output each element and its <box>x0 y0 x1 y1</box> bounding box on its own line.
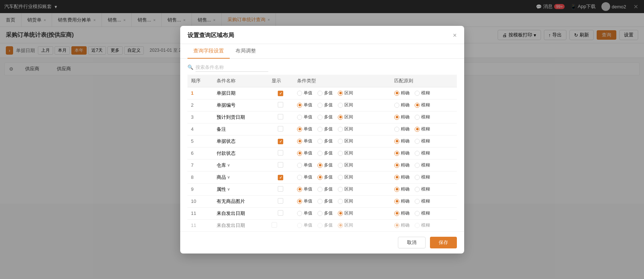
radio-type-多值-2[interactable]: 多值 <box>317 102 333 108</box>
radio-type-单值-2[interactable]: 单值 <box>297 102 312 108</box>
checkbox-display-4[interactable] <box>278 126 283 131</box>
row-order-4: 4 <box>187 123 213 135</box>
radio-match-精确-6[interactable]: 精确 <box>394 150 410 156</box>
radio-type-区间-9[interactable]: 区间 <box>338 186 353 192</box>
radio-type-区间-3[interactable]: 区间 <box>338 114 353 120</box>
radio-type-区间-10[interactable]: 区间 <box>338 198 353 204</box>
radio-type-区间-6[interactable]: 区间 <box>338 150 353 156</box>
radio-match-模糊-5[interactable]: 模糊 <box>415 138 430 144</box>
radio-match-模糊-2[interactable]: 模糊 <box>415 102 430 108</box>
radio-type-区间-7[interactable]: 区间 <box>338 162 353 168</box>
row-match-3: 精确模糊 <box>391 111 457 123</box>
dialog-close-btn[interactable]: × <box>453 32 457 39</box>
radio-type-区间-4[interactable]: 区间 <box>338 126 353 132</box>
radio-type-单值-10[interactable]: 单值 <box>297 198 312 204</box>
row-display-7[interactable] <box>268 159 294 171</box>
expand-icon-8[interactable]: ∨ <box>227 175 230 180</box>
radio-type-多值-7[interactable]: 多值 <box>317 162 333 168</box>
radio-type-多值-10[interactable]: 多值 <box>317 198 333 204</box>
row-type-7: 单值多值区间 <box>293 159 391 171</box>
checkbox-display-7[interactable] <box>278 162 283 168</box>
radio-type-区间-5[interactable]: 区间 <box>338 138 353 144</box>
row-display-9[interactable] <box>268 183 294 195</box>
radio-match-精确-1[interactable]: 精确 <box>394 90 410 96</box>
row-match-5: 精确模糊 <box>391 135 457 147</box>
checkbox-display-9[interactable] <box>278 186 283 192</box>
radio-match-精确-7[interactable]: 精确 <box>394 162 410 168</box>
radio-match-精确-10[interactable]: 精确 <box>394 198 410 204</box>
radio-match-模糊-7[interactable]: 模糊 <box>415 162 430 168</box>
radio-type-单值-7[interactable]: 单值 <box>297 162 312 168</box>
col-type: 条件类型 <box>293 75 391 87</box>
radio-type-单值-6[interactable]: 单值 <box>297 150 312 156</box>
radio-type-多值-9[interactable]: 多值 <box>317 186 333 192</box>
checkbox-display-8[interactable] <box>278 175 283 180</box>
radio-type-多值-3[interactable]: 多值 <box>317 114 333 120</box>
row-display-1[interactable] <box>268 87 294 99</box>
row-name-10: 有无商品图片 <box>213 195 268 204</box>
expand-icon-7[interactable]: ∨ <box>227 163 230 168</box>
radio-type-多值-1[interactable]: 多值 <box>317 90 333 96</box>
radio-match-精确-2[interactable]: 精确 <box>394 102 410 108</box>
row-type-2: 单值多值区间 <box>293 99 391 111</box>
checkbox-display-6[interactable] <box>278 150 283 156</box>
row-display-4[interactable] <box>268 123 294 135</box>
checkbox-display-1[interactable] <box>278 91 283 96</box>
checkbox-display-2[interactable] <box>278 102 283 107</box>
search-input[interactable] <box>195 63 268 72</box>
row-display-2[interactable] <box>268 99 294 111</box>
radio-type-单值-1[interactable]: 单值 <box>297 90 312 96</box>
row-name-3: 预计到货日期 <box>213 111 268 123</box>
radio-match-精确-8[interactable]: 精确 <box>394 174 410 180</box>
checkbox-display-5[interactable] <box>278 139 283 144</box>
row-match-6: 精确模糊 <box>391 147 457 159</box>
col-match: 匹配原则 <box>391 75 457 87</box>
radio-match-模糊-1[interactable]: 模糊 <box>415 90 430 96</box>
row-type-5: 单值多值区间 <box>293 135 391 147</box>
radio-type-区间-8[interactable]: 区间 <box>338 174 353 180</box>
row-display-8[interactable] <box>268 171 294 183</box>
row-type-9: 单值多值区间 <box>293 183 391 195</box>
radio-match-精确-5[interactable]: 精确 <box>394 138 410 144</box>
radio-match-模糊-3[interactable]: 模糊 <box>415 114 430 120</box>
expand-icon-9[interactable]: ∨ <box>227 187 230 192</box>
radio-type-单值-8[interactable]: 单值 <box>297 174 312 180</box>
row-display-3[interactable] <box>268 111 294 123</box>
radio-type-单值-5[interactable]: 单值 <box>297 138 312 144</box>
modal-overlay: 设置查询区域布局 × 查询字段设置 布局调整 🔍 顺序 条件名称 显示 条件类型 <box>0 0 644 204</box>
row-display-10[interactable] <box>268 195 294 204</box>
tab-query-fields[interactable]: 查询字段设置 <box>187 44 230 59</box>
conditions-table: 顺序 条件名称 显示 条件类型 匹配原则 1单据日期单值多值区间精确模糊2单据编… <box>187 75 457 204</box>
settings-dialog: 设置查询区域布局 × 查询字段设置 布局调整 🔍 顺序 条件名称 显示 条件类型 <box>180 26 464 204</box>
row-display-6[interactable] <box>268 147 294 159</box>
radio-type-区间-1[interactable]: 区间 <box>338 90 353 96</box>
row-order-2: 2 <box>187 99 213 111</box>
radio-match-模糊-10[interactable]: 模糊 <box>415 198 430 204</box>
radio-match-模糊-8[interactable]: 模糊 <box>415 174 430 180</box>
col-order: 顺序 <box>187 75 213 87</box>
radio-match-模糊-6[interactable]: 模糊 <box>415 150 430 156</box>
radio-type-单值-3[interactable]: 单值 <box>297 114 312 120</box>
checkbox-display-10[interactable] <box>278 198 283 204</box>
row-order-8: 8 <box>187 171 213 183</box>
radio-type-多值-4[interactable]: 多值 <box>317 126 333 132</box>
radio-match-模糊-4[interactable]: 模糊 <box>415 126 430 132</box>
radio-type-单值-4[interactable]: 单值 <box>297 126 312 132</box>
tab-layout-adjust[interactable]: 布局调整 <box>230 44 262 59</box>
radio-match-精确-9[interactable]: 精确 <box>394 186 410 192</box>
checkbox-display-3[interactable] <box>278 114 283 119</box>
radio-type-单值-9[interactable]: 单值 <box>297 186 312 192</box>
radio-type-多值-8[interactable]: 多值 <box>317 174 333 180</box>
radio-match-精确-3[interactable]: 精确 <box>394 114 410 120</box>
row-display-5[interactable] <box>268 135 294 147</box>
row-name-7: 仓库 ∨ <box>213 159 268 171</box>
radio-match-精确-4[interactable]: 精确 <box>394 126 410 132</box>
radio-match-模糊-9[interactable]: 模糊 <box>415 186 430 192</box>
radio-type-多值-5[interactable]: 多值 <box>317 138 333 144</box>
col-name: 条件名称 <box>213 75 268 87</box>
radio-type-多值-6[interactable]: 多值 <box>317 150 333 156</box>
row-name-2: 单据编号 <box>213 99 268 111</box>
row-order-5: 5 <box>187 135 213 147</box>
radio-type-区间-2[interactable]: 区间 <box>338 102 353 108</box>
row-order-1: 1 <box>187 87 213 99</box>
